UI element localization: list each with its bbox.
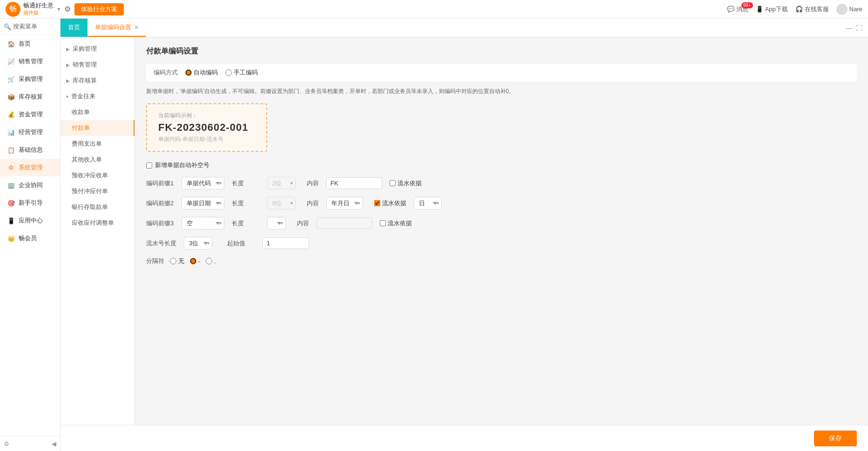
- sub-menu-item-income[interactable]: 其他收入单: [61, 152, 135, 168]
- separator-label: 分隔符: [146, 257, 164, 265]
- prefix2-serial-checkbox[interactable]: [374, 200, 380, 206]
- chevron-down-icon: ▾: [66, 94, 68, 99]
- serial-start-input[interactable]: [262, 237, 309, 249]
- topbar: 畅 畅通好生意 插件版 ▾ ⚙ 体验行业方案 💬 消息 99+ 📱 App下载 …: [0, 0, 868, 19]
- prefix3-serial-checkbox-label[interactable]: 流水依据: [380, 219, 412, 228]
- separator-none-radio[interactable]: 无: [170, 257, 184, 265]
- serial-length-select[interactable]: 3位 4位 5位 6位: [184, 237, 212, 249]
- message-button[interactable]: 💬 消息 99+: [727, 5, 748, 13]
- sidebar-item-label: 首页: [19, 40, 31, 48]
- prefix2-serial-label: 流水依据: [382, 199, 406, 208]
- prefix2-serial-checkbox-label[interactable]: 流水依据: [374, 199, 406, 208]
- manual-code-radio-input[interactable]: [225, 69, 232, 76]
- sidebar-item-home[interactable]: 🏠 首页: [0, 35, 60, 53]
- preview-box: 当前编码示例： FK-20230602-001 单据代码-单据日期-流水号: [146, 103, 267, 152]
- sub-menu-item-receipt[interactable]: 收款单: [61, 104, 135, 120]
- message-icon: 💬: [727, 6, 734, 13]
- prefix1-length-label: 长度: [232, 179, 260, 188]
- prefix1-content-input[interactable]: [326, 177, 382, 189]
- save-button[interactable]: 保存: [814, 431, 857, 446]
- sidebar-item-system[interactable]: ⚙ 系统管理: [0, 159, 60, 176]
- prefix2-content-label: 内容: [307, 199, 319, 208]
- prefix2-length-select[interactable]: 8位: [267, 197, 296, 209]
- sub-menu-header-inventory[interactable]: ▶ 库存核算: [61, 73, 135, 88]
- prefix2-select[interactable]: 单据日期 部门 业务员 自定义: [182, 197, 224, 209]
- prefix3-serial-checkbox[interactable]: [380, 220, 386, 226]
- sidebar-item-label: 采购管理: [19, 75, 43, 83]
- settings-icon[interactable]: ⚙: [64, 5, 71, 13]
- tab-maximize-icon[interactable]: ⛶: [856, 24, 862, 32]
- sidebar-item-inventory[interactable]: 📦 库存核算: [0, 88, 60, 106]
- sidebar-item-apps[interactable]: 📱 应用中心: [0, 212, 60, 229]
- sub-menu-header-funds[interactable]: ▾ 资金往来: [61, 88, 135, 104]
- service-icon: 🎧: [795, 6, 803, 13]
- prefix3-length-wrapper: [267, 217, 286, 229]
- nav-chevron-icon[interactable]: ▾: [57, 6, 61, 13]
- separator-none-radio-input[interactable]: [170, 258, 176, 264]
- prefix1-serial-label: 流水依据: [397, 179, 422, 188]
- sidebar-item-member[interactable]: 👑 畅会员: [0, 229, 60, 247]
- sidebar-item-label: 库存核算: [19, 93, 43, 101]
- tab-home[interactable]: 首页: [61, 19, 87, 37]
- sub-menu-item-adjustment[interactable]: 应收应付调整单: [61, 215, 135, 231]
- user-avatar: [836, 4, 848, 15]
- sidebar-collapse-icon[interactable]: ◀: [52, 440, 56, 447]
- prefix3-content-input[interactable]: [316, 217, 372, 229]
- auto-code-radio-input[interactable]: [185, 69, 192, 76]
- prefix1-label: 编码前缀1: [146, 179, 174, 188]
- online-service-button[interactable]: 🎧 在线客服: [795, 5, 829, 13]
- sub-menu-purchase-label: 采购管理: [73, 45, 97, 53]
- user-profile[interactable]: Nare: [836, 4, 862, 15]
- prefix2-content-select[interactable]: 年月日 年月 年: [326, 197, 363, 209]
- sidebar-item-sales[interactable]: 📈 销售管理: [0, 53, 60, 70]
- sidebar-search[interactable]: 🔍 搜索菜单: [0, 19, 60, 35]
- sidebar-item-label: 销售管理: [19, 57, 43, 66]
- coding-method-section: 编码方式 自动编码 手工编码: [146, 64, 857, 81]
- sub-menu-item-bank[interactable]: 银行存取款单: [61, 199, 135, 215]
- sub-menu-inventory-label: 库存核算: [73, 76, 97, 85]
- sidebar-bottom: ⚙ ◀: [0, 436, 60, 451]
- sub-menu-item-payment[interactable]: 付款单: [61, 120, 135, 136]
- sidebar-item-label: 系统管理: [19, 163, 43, 172]
- prefix2-day-select[interactable]: 日 月 年: [414, 197, 442, 209]
- prefix1-serial-checkbox[interactable]: [390, 180, 396, 186]
- prefix3-content-label: 内容: [297, 219, 309, 228]
- sidebar-settings-icon[interactable]: ⚙: [4, 440, 9, 447]
- separator-none-label: 无: [178, 257, 184, 265]
- sidebar-item-basic[interactable]: 📋 基础信息: [0, 141, 60, 159]
- tab-close-icon[interactable]: ✕: [134, 24, 139, 31]
- sidebar-item-operation[interactable]: 📊 经营管理: [0, 123, 60, 141]
- separator-dot-radio[interactable]: .: [206, 258, 216, 265]
- sub-menu-item-prepay-receipt[interactable]: 预收冲应收单: [61, 168, 135, 183]
- prefix3-select[interactable]: 空 单据代码 部门 业务员: [182, 217, 224, 229]
- manual-code-radio[interactable]: 手工编码: [225, 68, 258, 77]
- sidebar-item-finance[interactable]: 💰 资金管理: [0, 106, 60, 123]
- trial-button[interactable]: 体验行业方案: [74, 3, 124, 15]
- auto-fill-row: 新增单据自动补空号: [146, 161, 857, 169]
- sidebar-item-purchase[interactable]: 🛒 采购管理: [0, 70, 60, 88]
- sub-menu-header-sales[interactable]: ▶ 销售管理: [61, 57, 135, 73]
- logo-icon: 畅: [6, 2, 20, 17]
- search-label: 搜索菜单: [13, 22, 37, 31]
- sidebar-item-guide[interactable]: 🎯 新手引导: [0, 194, 60, 212]
- sub-menu-header-purchase[interactable]: ▶ 采购管理: [61, 41, 135, 57]
- enterprise-icon: 🏢: [7, 182, 15, 189]
- separator-dash-radio-input[interactable]: [190, 258, 196, 264]
- tab-minimize-icon[interactable]: —: [846, 24, 852, 32]
- prefix1-length-select[interactable]: 2位: [267, 177, 296, 189]
- auto-code-radio[interactable]: 自动编码: [185, 68, 218, 77]
- tab-coding[interactable]: 单据编码设置 ✕: [87, 19, 146, 37]
- auto-fill-checkbox[interactable]: [146, 162, 152, 168]
- separator-dash-radio[interactable]: -: [190, 258, 200, 265]
- prefix3-length-select[interactable]: [267, 217, 286, 229]
- sidebar-item-enterprise[interactable]: 🏢 企业协同: [0, 176, 60, 194]
- sub-menu-item-prepay-payment[interactable]: 预付冲应付单: [61, 183, 135, 199]
- prefix1-select[interactable]: 单据代码 部门 业务员 自定义: [182, 177, 224, 189]
- prefix2-length-label: 长度: [232, 199, 260, 208]
- prefix2-row: 编码前缀2 单据日期 部门 业务员 自定义 长度 8位: [146, 197, 857, 209]
- sub-menu-item-expense[interactable]: 费用支出单: [61, 136, 135, 152]
- prefix1-serial-checkbox-label[interactable]: 流水依据: [390, 179, 422, 188]
- app-download-button[interactable]: 📱 App下载: [756, 5, 788, 13]
- prefix3-row: 编码前缀3 空 单据代码 部门 业务员 长度: [146, 217, 857, 229]
- separator-dot-radio-input[interactable]: [206, 258, 212, 264]
